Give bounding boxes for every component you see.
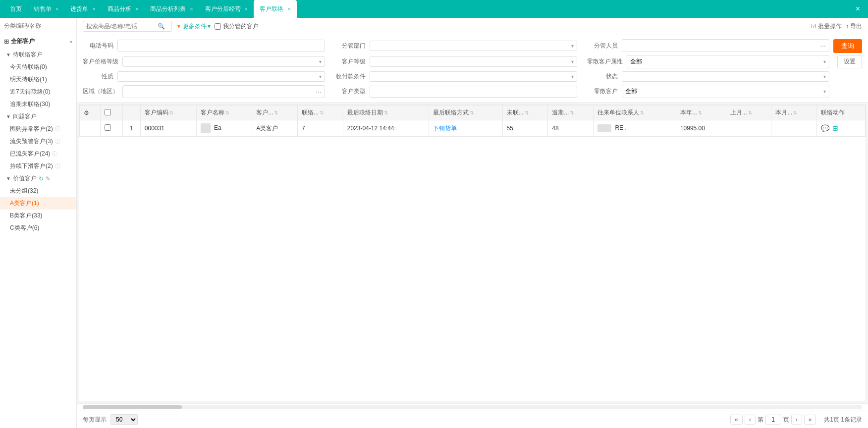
- sidebar-item-churn-warning[interactable]: 流失预警客户(3) ⓘ: [0, 135, 76, 148]
- my-customers-label: 我分管的客户: [223, 22, 259, 31]
- edit-icon[interactable]: ✎: [46, 175, 51, 182]
- customer-level-select[interactable]: ▾: [370, 56, 577, 67]
- col-code[interactable]: 客户编码 ⇅: [140, 106, 196, 120]
- row-action: 💬 ⊞: [817, 120, 866, 137]
- col-category[interactable]: 客户... ⇅: [252, 106, 298, 120]
- next-page-btn[interactable]: ›: [791, 415, 802, 425]
- tab-product-analysis-list[interactable]: 商品分析列表 ×: [144, 0, 199, 18]
- sidebar-item-declining[interactable]: 持续下滑客户(2) ⓘ: [0, 160, 76, 172]
- col-contact[interactable]: 联络... ⇅: [298, 106, 343, 120]
- col-unit-contact[interactable]: 往来单位联系人 ⇅: [594, 106, 676, 120]
- pending-contact-group[interactable]: ▼ 待联络客户: [0, 49, 76, 61]
- tab-customer-contact[interactable]: 客户联络 ×: [254, 0, 296, 18]
- nature-select[interactable]: ▾: [117, 71, 325, 82]
- info-icon-1: ⓘ: [55, 125, 60, 133]
- sidebar-item-class-b[interactable]: B类客户(33): [0, 210, 76, 222]
- close-sales-tab[interactable]: ×: [55, 6, 58, 12]
- dept-label: 分管部门: [335, 42, 370, 50]
- close-customer-contact-tab[interactable]: ×: [287, 6, 290, 12]
- scroll-thumb[interactable]: [83, 405, 182, 409]
- person-select[interactable]: ···: [622, 39, 829, 52]
- last-contact-way-link[interactable]: 下销货单: [433, 125, 457, 132]
- search-input[interactable]: [86, 23, 156, 30]
- tab-customer-layer[interactable]: 客户分层经营 ×: [199, 0, 254, 18]
- search-icon[interactable]: 🔍: [158, 23, 165, 30]
- price-level-select[interactable]: ▾: [122, 56, 325, 67]
- customer-type-input[interactable]: [370, 86, 577, 98]
- close-all-btn[interactable]: ×: [852, 2, 864, 15]
- chat-icon[interactable]: 💬: [821, 124, 829, 132]
- close-purchase-tab[interactable]: ×: [92, 6, 95, 12]
- query-btn[interactable]: 查询: [833, 39, 862, 53]
- col-name[interactable]: 客户名称 ⇅: [196, 106, 252, 120]
- filter-customer-type: 客户类型: [335, 86, 577, 98]
- tab-purchase[interactable]: 进货单 ×: [64, 0, 101, 18]
- col-last-contact-date[interactable]: 最后联络日期 ⇅: [343, 106, 429, 120]
- pagination-bar: 每页显示 50 100 200 « ‹ 第 页 › » 共1页 1条记录: [77, 411, 868, 428]
- close-product-analysis-tab[interactable]: ×: [135, 6, 138, 12]
- sidebar-item-today[interactable]: 今天待联络(0): [0, 61, 76, 73]
- horizontal-scrollbar[interactable]: [83, 405, 862, 409]
- customer-level-arrow: ▾: [571, 59, 574, 64]
- export-btn[interactable]: ↑ 导出: [846, 22, 862, 31]
- col-this-year[interactable]: 本年... ⇅: [676, 106, 726, 120]
- col-this-month[interactable]: 本月... ⇅: [771, 106, 817, 120]
- collapse-arrow[interactable]: «: [69, 39, 72, 45]
- col-settings[interactable]: ⚙: [80, 106, 101, 120]
- dept-dropdown-arrow: ▾: [571, 43, 574, 49]
- retail-attr-select[interactable]: 全部 ▾: [627, 55, 829, 68]
- sidebar-item-overdue[interactable]: 逾期未联络(30): [0, 98, 76, 110]
- setting-btn[interactable]: 设置: [837, 55, 862, 68]
- qrcode-icon[interactable]: ⊞: [832, 124, 838, 132]
- row-name: Ea: [196, 120, 252, 137]
- all-customers-header[interactable]: ⊞ 全部客户 «: [0, 34, 76, 49]
- row-this-year: 10995.00: [676, 120, 726, 137]
- sidebar-search-input[interactable]: [4, 22, 77, 29]
- last-page-btn[interactable]: »: [804, 415, 816, 425]
- value-customers-group[interactable]: ▼ 价值客户 ↻ ✎: [0, 172, 76, 185]
- col-not-contact[interactable]: 未联... ⇅: [502, 106, 548, 120]
- first-page-btn[interactable]: «: [730, 415, 743, 425]
- per-page-select[interactable]: 50 100 200: [110, 414, 138, 425]
- col-last-month[interactable]: 上月... ⇅: [726, 106, 771, 120]
- sidebar-item-7days[interactable]: 近7天待联络(0): [0, 86, 76, 98]
- sidebar: 🔍 ⊞ 全部客户 « ▼ 待联络客户 今天待联络(0) 明天待联络(1) 近7天…: [0, 18, 77, 428]
- refresh-icon[interactable]: ↻: [39, 175, 44, 182]
- close-customer-layer-tab[interactable]: ×: [245, 6, 248, 12]
- phone-input[interactable]: [117, 40, 325, 52]
- payment-select[interactable]: ▾: [370, 71, 577, 82]
- sidebar-item-tomorrow[interactable]: 明天待联络(1): [0, 73, 76, 86]
- tab-home[interactable]: 首页: [4, 0, 28, 18]
- row-contact: 7: [298, 120, 343, 137]
- problem-customers-group[interactable]: ▼ 问题客户: [0, 110, 76, 123]
- row-select-checkbox[interactable]: [105, 124, 111, 131]
- status-select[interactable]: ▾: [622, 71, 829, 82]
- tab-product-analysis[interactable]: 商品分析 ×: [102, 0, 144, 18]
- sidebar-item-churned[interactable]: 已流失客户(24) ⓘ: [0, 148, 76, 160]
- page-input[interactable]: [765, 415, 781, 425]
- dept-select[interactable]: ▾: [370, 41, 577, 51]
- my-customers-checkbox[interactable]: [215, 23, 221, 30]
- tab-sales[interactable]: 销售单 ×: [28, 0, 64, 18]
- payment-arrow: ▾: [571, 74, 574, 79]
- customer-avatar: [201, 123, 211, 133]
- unit-contact-avatar: [597, 124, 611, 132]
- sidebar-item-abnormal[interactable]: 囤购异常客户(2) ⓘ: [0, 123, 76, 135]
- more-conditions-btn[interactable]: ▼ 更多条件 ▾: [176, 22, 211, 31]
- settings-gear-icon[interactable]: ⚙: [84, 109, 89, 116]
- sidebar-item-ungrouped[interactable]: 未分组(32): [0, 185, 76, 197]
- close-product-list-tab[interactable]: ×: [190, 6, 193, 12]
- triangle-icon3: ▼: [6, 176, 11, 181]
- sidebar-item-class-a[interactable]: A类客户(1): [0, 197, 76, 210]
- nature-arrow: ▾: [319, 74, 322, 79]
- region-select[interactable]: ···: [122, 85, 325, 98]
- sort-unit-contact-icon: ⇅: [640, 110, 644, 115]
- prev-page-btn[interactable]: ‹: [745, 415, 756, 425]
- triangle-icon: ▼: [6, 52, 11, 57]
- retail-customer-select[interactable]: 全部 ▾: [622, 85, 829, 98]
- col-last-contact-way[interactable]: 最后联络方式 ⇅: [429, 106, 502, 120]
- col-overdue[interactable]: 逾期... ⇅: [548, 106, 594, 120]
- select-all-checkbox[interactable]: [105, 109, 111, 115]
- batch-op-btn[interactable]: ☑ 批量操作: [811, 22, 842, 31]
- sidebar-item-class-c[interactable]: C类客户(6): [0, 222, 76, 234]
